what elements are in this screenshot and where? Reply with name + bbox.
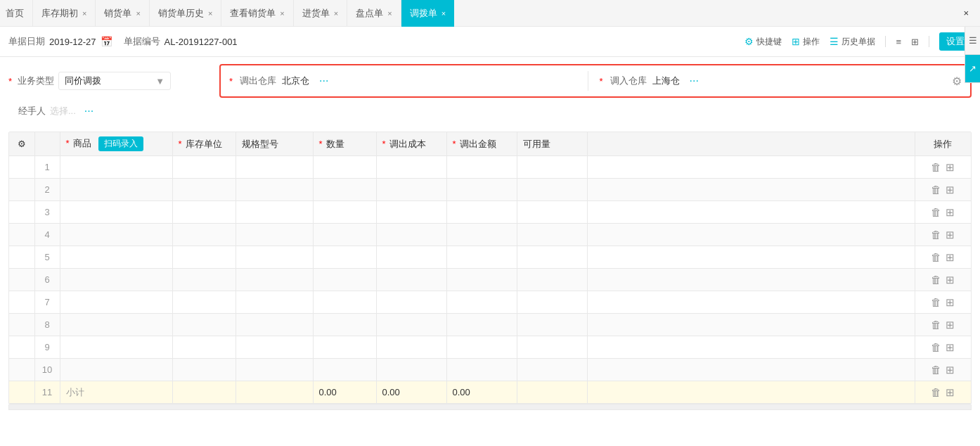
row-unit-cell[interactable]: [172, 336, 236, 359]
delete-icon[interactable]: 🗑: [931, 251, 941, 263]
date-value[interactable]: 2019-12-27: [49, 37, 96, 47]
copy-icon[interactable]: ⊞: [946, 296, 955, 309]
row-amount-cell[interactable]: [446, 246, 517, 269]
row-cost-cell[interactable]: [376, 179, 446, 201]
row-unit-cell[interactable]: [172, 359, 236, 381]
copy-icon[interactable]: ⊞: [946, 341, 955, 354]
tab-inventory-init-close[interactable]: ×: [82, 9, 86, 18]
row-qty-cell[interactable]: [313, 246, 376, 269]
col-gear-header[interactable]: ⚙: [9, 132, 34, 156]
row-unit-cell[interactable]: [172, 179, 236, 201]
shortcut-action[interactable]: ⚙ 快捷键: [744, 36, 782, 48]
tab-purchase-order[interactable]: 进货单 ×: [294, 0, 347, 27]
copy-icon[interactable]: ⊞: [946, 206, 955, 219]
tab-view-sales-close[interactable]: ×: [280, 9, 284, 18]
row-product-cell[interactable]: [60, 224, 172, 246]
row-qty-cell[interactable]: [313, 336, 376, 359]
copy-icon[interactable]: ⊞: [946, 274, 955, 286]
tab-inventory-check-close[interactable]: ×: [387, 9, 392, 18]
row-spec-cell[interactable]: [236, 314, 313, 336]
row-amount-cell[interactable]: [446, 291, 517, 314]
row-amount-cell[interactable]: [446, 201, 517, 224]
row-qty-cell[interactable]: [313, 269, 376, 291]
row-cost-cell[interactable]: [376, 224, 446, 246]
tab-inventory-init[interactable]: 库存期初 ×: [33, 0, 96, 27]
row-unit-cell[interactable]: [172, 224, 236, 246]
row-amount-cell[interactable]: [446, 359, 517, 381]
row-qty-cell[interactable]: [313, 359, 376, 381]
scan-button[interactable]: 扫码录入: [98, 136, 143, 151]
row-spec-cell[interactable]: [236, 291, 313, 314]
delete-icon[interactable]: 🗑: [931, 341, 941, 353]
layout1-icon[interactable]: ≡: [896, 37, 901, 47]
row-spec-cell[interactable]: [236, 269, 313, 291]
row-cost-cell[interactable]: [376, 201, 446, 224]
row-amount-cell[interactable]: [446, 269, 517, 291]
row-cost-cell[interactable]: [376, 359, 446, 381]
row-product-cell[interactable]: [60, 201, 172, 224]
tab-transfer-order-close[interactable]: ×: [441, 9, 446, 18]
delete-icon[interactable]: 🗑: [931, 319, 941, 331]
warehouse-out-value[interactable]: 北京仓: [282, 75, 309, 87]
row-amount-cell[interactable]: [446, 224, 517, 246]
row-cost-cell[interactable]: [376, 246, 446, 269]
row-cost-cell[interactable]: [376, 314, 446, 336]
copy-icon[interactable]: ⊞: [946, 319, 955, 331]
history-action[interactable]: ☰ 历史单据: [830, 36, 875, 48]
row-spec-cell[interactable]: [236, 246, 313, 269]
row-cost-cell[interactable]: [376, 156, 446, 179]
row-product-cell[interactable]: [60, 179, 172, 201]
delete-icon[interactable]: 🗑: [931, 296, 941, 308]
row-qty-cell[interactable]: [313, 201, 376, 224]
agent-select[interactable]: 选择...: [50, 105, 76, 117]
row-qty-cell[interactable]: [313, 179, 376, 201]
delete-icon[interactable]: 🗑: [931, 386, 941, 398]
layout2-icon[interactable]: ⊞: [911, 37, 919, 47]
agent-more-btn[interactable]: ···: [80, 105, 98, 117]
copy-icon[interactable]: ⊞: [946, 161, 955, 174]
tab-purchase-order-close[interactable]: ×: [334, 9, 338, 18]
close-all-tabs[interactable]: ×: [958, 8, 974, 18]
tab-home[interactable]: 首页: [6, 0, 33, 27]
row-spec-cell[interactable]: [236, 359, 313, 381]
row-product-cell[interactable]: [60, 336, 172, 359]
tab-view-sales[interactable]: 查看销货单 ×: [221, 0, 293, 27]
tab-inventory-check[interactable]: 盘点单 ×: [347, 0, 401, 27]
operation-action[interactable]: ⊞ 操作: [792, 36, 820, 48]
row-spec-cell[interactable]: [236, 224, 313, 246]
row-qty-cell[interactable]: [313, 224, 376, 246]
row-qty-cell[interactable]: [313, 156, 376, 179]
row-unit-cell[interactable]: [172, 201, 236, 224]
row-amount-cell[interactable]: [446, 336, 517, 359]
tab-sales-order-close[interactable]: ×: [136, 9, 140, 18]
right-panel-expand-icon[interactable]: ↗: [965, 55, 980, 83]
row-unit-cell[interactable]: [172, 156, 236, 179]
row-product-cell[interactable]: [60, 314, 172, 336]
delete-icon[interactable]: 🗑: [931, 184, 941, 196]
row-spec-cell[interactable]: [236, 201, 313, 224]
delete-icon[interactable]: 🗑: [931, 274, 941, 286]
delete-icon[interactable]: 🗑: [931, 161, 941, 173]
row-product-cell[interactable]: [60, 269, 172, 291]
table-scrollbar[interactable]: [8, 404, 972, 410]
business-type-select[interactable]: 同价调拨 ▼: [58, 72, 171, 90]
row-unit-cell[interactable]: [172, 246, 236, 269]
row-product-cell[interactable]: [60, 291, 172, 314]
copy-icon[interactable]: ⊞: [946, 184, 955, 196]
copy-icon[interactable]: ⊞: [946, 229, 955, 241]
tab-transfer-order[interactable]: 调拨单 ×: [401, 0, 454, 27]
tab-sales-history[interactable]: 销货单历史 ×: [150, 0, 221, 27]
row-amount-cell[interactable]: [446, 179, 517, 201]
warehouse-out-more-btn[interactable]: ···: [315, 75, 333, 87]
row-amount-cell[interactable]: [446, 156, 517, 179]
tab-sales-order[interactable]: 销货单 ×: [96, 0, 149, 27]
row-product-cell[interactable]: [60, 246, 172, 269]
row-spec-cell[interactable]: [236, 336, 313, 359]
row-amount-cell[interactable]: [446, 314, 517, 336]
copy-icon[interactable]: ⊞: [946, 251, 955, 264]
row-unit-cell[interactable]: [172, 291, 236, 314]
row-cost-cell[interactable]: [376, 336, 446, 359]
warehouse-in-more-btn[interactable]: ···: [685, 75, 703, 87]
row-product-cell[interactable]: [60, 156, 172, 179]
row-product-cell[interactable]: [60, 359, 172, 381]
